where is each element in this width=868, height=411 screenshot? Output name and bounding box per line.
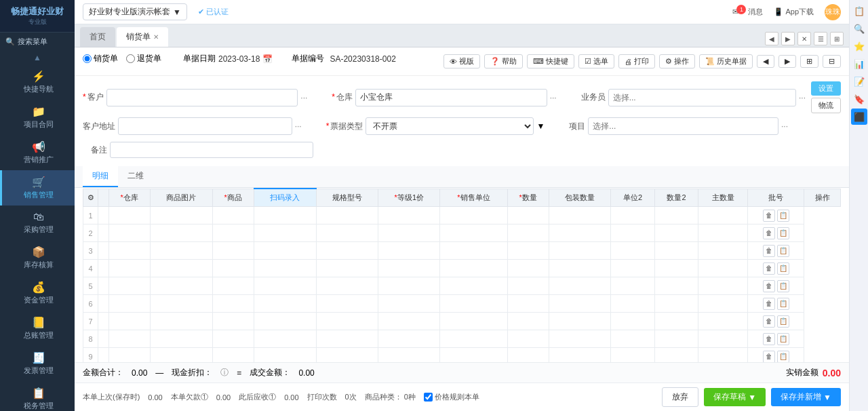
cell-product[interactable] [150, 260, 212, 277]
radio-return[interactable]: 退货单 [126, 53, 161, 64]
cell-price[interactable] [316, 295, 378, 313]
row-delete-btn[interactable]: 🗑 [763, 315, 775, 328]
cell-warehouse[interactable] [98, 224, 109, 242]
cell-unit[interactable] [378, 224, 440, 242]
cell-pkg-qty[interactable] [507, 348, 549, 363]
user-avatar[interactable]: 珠珠 [825, 4, 841, 20]
cell-qty2[interactable] [611, 313, 654, 330]
col-scan[interactable]: 扫码录入 [254, 189, 316, 207]
cell-scan[interactable] [212, 313, 254, 330]
cell-qty[interactable] [440, 207, 507, 224]
project-input[interactable] [588, 117, 778, 135]
print-btn[interactable]: 🖨 打印 [618, 54, 655, 68]
sidebar-item-project[interactable]: 📁 项目合同 [0, 100, 75, 135]
cell-scan[interactable] [212, 224, 254, 242]
note-input[interactable] [110, 142, 313, 158]
app-download-btn[interactable]: 📱 App下载 [774, 7, 814, 17]
price-check-label[interactable]: 价格规则本单 [424, 392, 479, 402]
row-copy-btn[interactable]: 📋 [777, 298, 789, 310]
cell-qty[interactable] [440, 224, 507, 242]
cell-pkg-qty[interactable] [507, 207, 549, 224]
salesperson-input[interactable] [608, 89, 796, 106]
cell-qty[interactable] [440, 277, 507, 295]
cell-warehouse[interactable] [98, 295, 109, 313]
cell-batch[interactable] [698, 207, 748, 224]
cell-spec[interactable] [254, 260, 316, 277]
right-panel-icon-4[interactable]: 📊 [851, 56, 867, 72]
company-selector[interactable]: 好业财专业版演示帐套 ▼ [83, 3, 187, 20]
cell-batch[interactable] [698, 348, 748, 363]
cell-warehouse[interactable] [98, 313, 109, 330]
cell-batch[interactable] [698, 295, 748, 313]
tab-prev-btn[interactable]: ◀ [765, 32, 778, 45]
cell-product[interactable] [150, 207, 212, 224]
cell-price[interactable] [316, 330, 378, 348]
cell-product[interactable] [150, 242, 212, 260]
cell-batch[interactable] [698, 277, 748, 295]
cell-scan[interactable] [212, 242, 254, 260]
tab-2d[interactable]: 二维 [118, 166, 153, 187]
cell-main-qty[interactable] [654, 348, 698, 363]
sidebar-item-tax[interactable]: 📋 税务管理 [0, 381, 75, 411]
cell-qty2[interactable] [611, 260, 654, 277]
cell-main-qty[interactable] [654, 224, 698, 242]
sidebar-item-marketing[interactable]: 📢 营销推广 [0, 135, 75, 170]
save-draft-btn[interactable]: 保存草稿 ▼ [704, 388, 766, 406]
tab-layout-btn[interactable]: ⊞ [830, 32, 844, 45]
cell-qty2[interactable] [611, 348, 654, 363]
cell-warehouse[interactable] [98, 207, 109, 224]
cell-qty[interactable] [440, 348, 507, 363]
cell-product[interactable] [150, 348, 212, 363]
tab-list-btn[interactable]: ☰ [814, 32, 827, 45]
row-copy-btn[interactable]: 📋 [777, 280, 789, 292]
row-delete-btn[interactable]: 🗑 [763, 351, 775, 363]
price-check-input[interactable] [424, 393, 433, 402]
cell-unit[interactable] [378, 295, 440, 313]
cell-main-qty[interactable] [654, 207, 698, 224]
row-copy-btn[interactable]: 📋 [777, 315, 789, 328]
row-delete-btn[interactable]: 🗑 [763, 227, 775, 239]
cell-product[interactable] [150, 313, 212, 330]
cell-warehouse[interactable] [98, 348, 109, 363]
cell-warehouse[interactable] [98, 277, 109, 295]
cell-spec[interactable] [254, 224, 316, 242]
right-panel-icon-1[interactable]: 📋 [851, 3, 867, 19]
tab-home[interactable]: 首页 [80, 27, 115, 47]
row-delete-btn[interactable]: 🗑 [763, 245, 775, 257]
cell-unit[interactable] [378, 330, 440, 348]
cell-warehouse[interactable] [98, 260, 109, 277]
cell-batch[interactable] [698, 242, 748, 260]
set-btn[interactable]: 设置 [811, 81, 841, 96]
tab-next-btn[interactable]: ▶ [781, 32, 795, 45]
row-delete-btn[interactable]: 🗑 [763, 210, 775, 222]
cell-product[interactable] [150, 295, 212, 313]
calendar-icon[interactable]: 📅 [262, 54, 273, 64]
operation-btn[interactable]: ⚙ 操作 [659, 54, 695, 68]
tab-sale-order[interactable]: 销货单 ✕ [117, 27, 168, 47]
add-logistics-btn[interactable]: 物流 [811, 98, 841, 113]
select-btn[interactable]: ☑ 选单 [578, 54, 614, 68]
cell-pkg-qty[interactable] [507, 330, 549, 348]
radio-sale-input[interactable] [83, 54, 92, 63]
cell-qty[interactable] [440, 313, 507, 330]
sidebar-item-quick-nav[interactable]: ⚡ 快捷导航 [0, 64, 75, 100]
cell-spec[interactable] [254, 295, 316, 313]
shortcut-btn[interactable]: ⌨ 快捷键 [527, 54, 574, 68]
cell-qty[interactable] [440, 242, 507, 260]
right-panel-icon-5[interactable]: 📝 [851, 73, 867, 90]
cell-spec[interactable] [254, 207, 316, 224]
abandon-btn[interactable]: 放弃 [662, 387, 698, 407]
cell-price[interactable] [316, 260, 378, 277]
tab-close-all-btn[interactable]: ✕ [797, 32, 811, 45]
sidebar-search[interactable]: 🔍 搜索菜单 [0, 33, 75, 51]
warehouse-input[interactable] [355, 89, 547, 106]
radio-sale[interactable]: 销货单 [83, 53, 118, 64]
sidebar-scroll-up[interactable]: ▲ [0, 51, 75, 64]
cell-qty2[interactable] [611, 207, 654, 224]
cell-qty[interactable] [440, 260, 507, 277]
nav-next-btn[interactable]: ▶ [778, 55, 796, 68]
cell-spec[interactable] [254, 242, 316, 260]
save-new-btn[interactable]: 保存并新增 ▼ [771, 388, 841, 406]
cell-scan[interactable] [212, 260, 254, 277]
cell-scan[interactable] [212, 207, 254, 224]
